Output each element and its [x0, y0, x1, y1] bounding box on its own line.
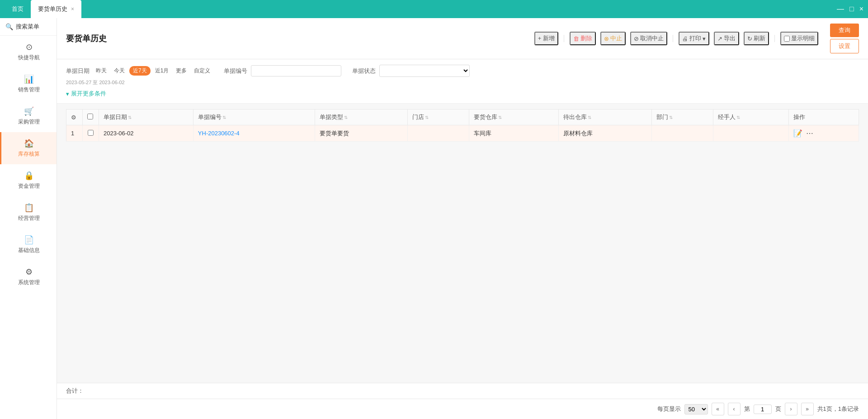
col-doc-type[interactable]: 单据类型 ⇅ — [315, 110, 408, 125]
tab-home-label: 首页 — [12, 5, 24, 13]
first-page-button[interactable]: « — [712, 403, 724, 415]
cell-checkbox — [83, 125, 99, 142]
select-all-checkbox[interactable] — [87, 114, 93, 119]
sort-doc-no[interactable]: 单据编号 ⇅ — [198, 113, 310, 121]
sidebar-item-finance[interactable]: 🔒 资金管理 — [0, 164, 57, 196]
doc-no-link[interactable]: YH-20230602-4 — [198, 130, 240, 137]
col-settings[interactable]: ⚙ — [66, 110, 83, 125]
sort-handler[interactable]: 经手人 ⇅ — [718, 113, 784, 121]
window-controls: — □ × — [837, 5, 863, 13]
sidebar-item-purchase[interactable]: 🛒 采购管理 — [0, 100, 57, 132]
last-page-button[interactable]: » — [801, 403, 814, 415]
sidebar-item-sys-mgmt[interactable]: ⚙ 系统管理 — [0, 261, 57, 293]
next-page-button[interactable]: › — [785, 403, 797, 415]
tab-home[interactable]: 首页 — [5, 0, 31, 18]
table-header-row: ⚙ 单据日期 ⇅ 单据编号 — [66, 110, 859, 125]
per-page-select[interactable]: 50 20 100 — [684, 404, 708, 414]
sort-req-warehouse[interactable]: 要货仓库 ⇅ — [474, 113, 554, 121]
sidebar-item-sales[interactable]: 📊 销售管理 — [0, 68, 57, 100]
sidebar-item-base-info-label: 基础信息 — [18, 247, 40, 254]
show-detail-checkbox[interactable] — [784, 36, 790, 42]
sidebar-item-inventory[interactable]: 🏠 库存核算 — [0, 132, 57, 164]
content-area: 要货单历史 + 新增 🗑 删除 ⊗ 中止 ⊘ 取消中止 🖨 — [57, 18, 868, 419]
more-icon[interactable]: ⋯ — [806, 129, 813, 138]
tab-requisition-history[interactable]: 要货单历史 × — [31, 0, 81, 18]
settings-button[interactable]: 设置 — [830, 39, 859, 53]
col-store[interactable]: 门店 ⇅ — [408, 110, 469, 125]
status-label: 单据状态 — [352, 67, 376, 75]
expand-more-btn[interactable]: ▾ 展开更多条件 — [66, 90, 859, 98]
col-doc-date[interactable]: 单据日期 ⇅ — [99, 110, 193, 125]
cell-pending-warehouse: 原材料仓库 — [559, 125, 651, 142]
stop-button[interactable]: ⊗ 中止 — [600, 32, 626, 45]
query-button[interactable]: 查询 — [830, 24, 859, 37]
minimize-icon[interactable]: — — [837, 5, 844, 13]
sidebar-search-label: 搜索菜单 — [16, 23, 39, 31]
date-range-display: 2023-05-27 至 2023-06-02 — [66, 80, 125, 85]
pagination-info: 共1页，1条记录 — [817, 405, 859, 413]
window-close-icon[interactable]: × — [859, 5, 863, 13]
date-range-options: 昨天 今天 近7天 近1月 更多 自定义 — [93, 66, 213, 76]
tab-close-icon[interactable]: × — [71, 6, 74, 12]
show-detail-button[interactable]: 显示明细 — [780, 32, 818, 45]
toolbar: + 新增 🗑 删除 ⊗ 中止 ⊘ 取消中止 🖨 打印 — [534, 24, 859, 53]
export-button[interactable]: ↗ 导出 — [714, 32, 739, 45]
cell-doc-no: YH-20230602-4 — [193, 125, 315, 142]
delete-icon: 🗑 — [573, 35, 579, 42]
sidebar-search[interactable]: 🔍 搜索菜单 — [0, 18, 57, 36]
date-btn-today[interactable]: 今天 — [111, 66, 127, 76]
page-text: 第 — [744, 405, 750, 413]
sidebar-item-operations[interactable]: 📋 经营管理 — [0, 196, 57, 229]
row-checkbox[interactable] — [88, 130, 94, 136]
date-label: 单据日期 — [66, 67, 90, 75]
sort-doc-date[interactable]: 单据日期 ⇅ — [104, 113, 189, 121]
col-pending-warehouse[interactable]: 待出仓库 ⇅ — [559, 110, 651, 125]
per-page-label: 每页显示 — [657, 405, 681, 413]
doc-no-input[interactable] — [251, 65, 341, 76]
refresh-button[interactable]: ↻ 刷新 — [744, 32, 769, 45]
print-icon: 🖨 — [682, 35, 688, 42]
expand-more-icon: ▾ — [66, 90, 69, 97]
new-button[interactable]: + 新增 — [534, 32, 558, 45]
sort-dept[interactable]: 部门 ⇅ — [656, 113, 708, 121]
cell-dept — [651, 125, 713, 142]
col-req-warehouse[interactable]: 要货仓库 ⇅ — [469, 110, 559, 125]
cancel-stop-button[interactable]: ⊘ 取消中止 — [630, 32, 667, 45]
finance-icon: 🔒 — [24, 171, 34, 181]
edit-icon[interactable]: 📝 — [793, 129, 802, 138]
date-btn-1month[interactable]: 近1月 — [152, 66, 172, 76]
date-btn-7days[interactable]: 近7天 — [129, 66, 151, 76]
maximize-icon[interactable]: □ — [849, 5, 854, 13]
col-checkbox — [83, 110, 99, 125]
col-dept[interactable]: 部门 ⇅ — [651, 110, 713, 125]
summary-label: 合计： — [66, 387, 84, 395]
sort-store[interactable]: 门店 ⇅ — [412, 113, 464, 121]
col-handler[interactable]: 经手人 ⇅ — [713, 110, 788, 125]
page-input[interactable] — [754, 405, 772, 414]
delete-button[interactable]: 🗑 删除 — [570, 32, 596, 45]
sort-pending-warehouse[interactable]: 待出仓库 ⇅ — [563, 113, 646, 121]
sort-doc-type[interactable]: 单据类型 ⇅ — [320, 113, 403, 121]
sidebar-item-purchase-label: 采购管理 — [18, 118, 40, 126]
date-btn-more[interactable]: 更多 — [173, 66, 189, 76]
print-button[interactable]: 🖨 打印 ▾ — [679, 32, 709, 45]
delete-label: 删除 — [580, 34, 592, 43]
filter-date: 单据日期 昨天 今天 近7天 近1月 更多 自定义 — [66, 66, 213, 76]
status-select[interactable] — [379, 65, 470, 77]
sidebar-item-quick-nav[interactable]: ⊙ 快捷导航 — [0, 36, 57, 68]
date-btn-yesterday[interactable]: 昨天 — [93, 66, 109, 76]
stop-icon: ⊗ — [604, 35, 609, 42]
sort-icon-dept: ⇅ — [669, 115, 673, 120]
sort-icon-doc-no: ⇅ — [222, 115, 226, 120]
prev-page-button[interactable]: ‹ — [728, 403, 741, 415]
show-detail-label: 显示明细 — [791, 34, 815, 43]
sidebar-item-quick-nav-label: 快捷导航 — [18, 54, 40, 62]
cell-store — [408, 125, 469, 142]
sidebar-item-base-info[interactable]: 📄 基础信息 — [0, 229, 57, 261]
print-label: 打印 — [689, 34, 701, 43]
sidebar-item-sales-label: 销售管理 — [18, 86, 40, 94]
tab-bar: 首页 要货单历史 × — [5, 0, 81, 18]
col-doc-no[interactable]: 单据编号 ⇅ — [193, 110, 315, 125]
sidebar-item-inventory-label: 库存核算 — [18, 150, 40, 158]
date-btn-custom[interactable]: 自定义 — [191, 66, 213, 76]
